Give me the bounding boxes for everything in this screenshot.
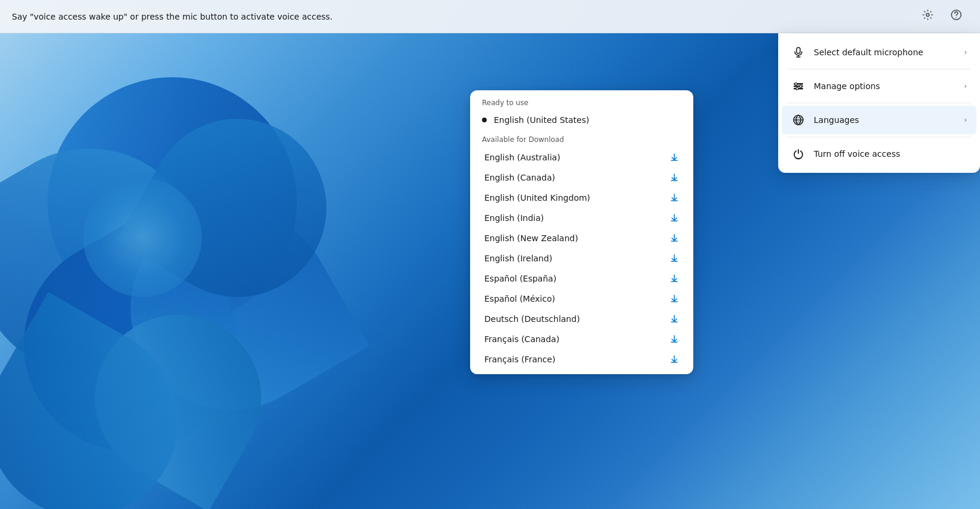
download-language-item[interactable]: English (New Zealand) xyxy=(472,228,691,248)
menu-item-label: Turn off voice access xyxy=(814,149,967,159)
menu-separator xyxy=(788,137,971,137)
ready-bullet xyxy=(482,118,487,122)
download-language-item[interactable]: English (Ireland) xyxy=(472,248,691,268)
topbar-icons xyxy=(916,5,968,29)
menu-item-label: Languages xyxy=(814,115,956,125)
svg-point-2 xyxy=(956,17,957,18)
download-icon xyxy=(670,334,679,344)
svg-rect-3 xyxy=(797,48,800,53)
download-language-item[interactable]: Français (Canada) xyxy=(472,329,691,349)
options-icon xyxy=(791,79,805,93)
download-language-item[interactable]: Français (France) xyxy=(472,349,691,369)
download-language-name: Español (España) xyxy=(484,274,556,283)
download-icon xyxy=(670,173,679,182)
chevron-right-icon: › xyxy=(964,116,967,124)
download-icon xyxy=(670,294,679,303)
status-text: Say "voice access wake up" or press the … xyxy=(12,12,916,21)
download-icon xyxy=(670,213,679,223)
ready-language-item[interactable]: English (United States) xyxy=(470,110,693,129)
download-language-name: English (Ireland) xyxy=(484,254,552,263)
svg-point-10 xyxy=(800,85,802,87)
chevron-right-icon: › xyxy=(964,48,967,56)
download-language-name: English (India) xyxy=(484,213,544,223)
menu-item-turn-off[interactable]: Turn off voice access xyxy=(782,140,976,168)
download-language-name: English (New Zealand) xyxy=(484,233,578,243)
svg-point-11 xyxy=(796,87,798,90)
menu-item-languages[interactable]: Languages › xyxy=(782,106,976,134)
menu-separator xyxy=(788,103,971,103)
download-language-item[interactable]: English (Australia) xyxy=(472,147,691,167)
menu-separator xyxy=(788,69,971,69)
ready-section-label: Ready to use xyxy=(470,90,693,110)
download-language-item[interactable]: Español (México) xyxy=(472,289,691,309)
download-language-name: Français (Canada) xyxy=(484,334,559,344)
menu-item-label: Manage options xyxy=(814,81,956,91)
download-icon xyxy=(670,153,679,162)
download-language-name: Français (France) xyxy=(484,355,556,364)
download-section-label: Available for Download xyxy=(470,129,693,147)
languages-panel: Ready to use English (United States) Ava… xyxy=(470,90,693,374)
menu-item-select-microphone[interactable]: Select default microphone › xyxy=(782,38,976,67)
languages-icon xyxy=(791,113,805,127)
download-language-name: Deutsch (Deutschland) xyxy=(484,314,580,324)
mic-icon xyxy=(791,45,805,59)
petal-decoration xyxy=(0,30,475,493)
download-language-name: Español (México) xyxy=(484,294,555,303)
ready-language-name: English (United States) xyxy=(494,115,589,125)
help-button[interactable] xyxy=(944,5,968,29)
download-icon xyxy=(670,274,679,283)
settings-icon xyxy=(922,9,934,24)
download-language-item[interactable]: Español (España) xyxy=(472,268,691,289)
topbar: Say "voice access wake up" or press the … xyxy=(0,0,980,33)
download-language-item[interactable]: English (United Kingdom) xyxy=(472,188,691,208)
power-icon xyxy=(791,147,805,161)
download-language-name: English (Canada) xyxy=(484,173,555,182)
download-language-item[interactable]: Deutsch (Deutschland) xyxy=(472,309,691,329)
svg-point-9 xyxy=(795,83,797,85)
download-icon xyxy=(670,314,679,324)
help-icon xyxy=(950,9,962,24)
settings-button[interactable] xyxy=(916,5,940,29)
menu-item-manage-options[interactable]: Manage options › xyxy=(782,72,976,100)
download-icon xyxy=(670,193,679,203)
download-language-item[interactable]: English (Canada) xyxy=(472,167,691,188)
context-menu: Select default microphone › Manage optio… xyxy=(778,33,980,173)
download-language-name: English (Australia) xyxy=(484,153,560,162)
download-language-name: English (United Kingdom) xyxy=(484,193,590,203)
svg-point-0 xyxy=(927,14,930,17)
download-language-item[interactable]: English (India) xyxy=(472,208,691,228)
chevron-right-icon: › xyxy=(964,82,967,90)
menu-items-container: Select default microphone › Manage optio… xyxy=(778,38,980,168)
download-list: English (Australia) English (Canada) Eng… xyxy=(470,147,693,369)
download-icon xyxy=(670,254,679,263)
download-icon xyxy=(670,355,679,364)
menu-item-label: Select default microphone xyxy=(814,48,956,57)
download-icon xyxy=(670,233,679,243)
